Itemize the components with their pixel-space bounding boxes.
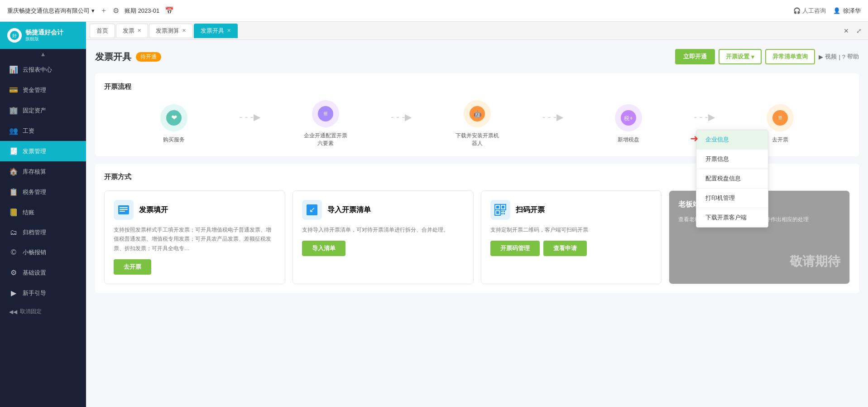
- sidebar-item-payroll[interactable]: 👥 工资: [0, 121, 86, 141]
- cloud-report-icon: 📊: [9, 65, 18, 74]
- sidebar-scroll-up[interactable]: ▲: [0, 49, 86, 59]
- sidebar-cancel-pin[interactable]: ◀◀ 取消固定: [0, 303, 86, 320]
- tab-bar: 首页 发票 ✕ 发票测算 ✕ 发票开具 ✕ ✕ ⤢: [86, 22, 868, 40]
- accounting-icon: 📒: [9, 208, 18, 217]
- logo-area[interactable]: 好 畅捷通好会计 旗舰版: [0, 22, 86, 49]
- sidebar-item-label: 发票管理: [23, 147, 46, 155]
- company-dropdown-icon[interactable]: ▾: [91, 7, 95, 14]
- sidebar-item-label: 库存核算: [23, 168, 46, 176]
- method-3-desc: 支持定制开票二维码，客户端可扫码开票: [490, 225, 652, 234]
- top-bar-right: 🎧 人工咨询 👤 徐泽华: [793, 7, 861, 15]
- sidebar-item-inventory[interactable]: 🏠 库存核算: [0, 161, 86, 182]
- dropdown-item-tax-disk[interactable]: 配置税盘信息: [696, 169, 768, 189]
- inventory-icon: 🏠: [9, 167, 18, 176]
- tab-invoice-close[interactable]: ✕: [137, 28, 141, 34]
- sidebar-item-label: 固定资产: [23, 107, 46, 115]
- sidebar-item-report-sales[interactable]: © 小畅报销: [0, 242, 86, 262]
- sidebar-item-label: 归档管理: [23, 228, 46, 237]
- svg-text:≡: ≡: [778, 114, 782, 121]
- step-1-icon: ❤: [160, 104, 187, 131]
- sidebar-item-settings[interactable]: ⚙ 基础设置: [0, 262, 86, 283]
- user-name: 徐泽华: [843, 7, 861, 15]
- sidebar-item-label: 税务管理: [23, 188, 46, 196]
- sidebar-item-accounting[interactable]: 📒 结账: [0, 202, 86, 223]
- window-maximize-button[interactable]: ⤢: [854, 25, 864, 36]
- header-actions: 立即开通 开票设置 ▾ 异常清单查询 ▶ 视频 | ? 帮助: [675, 49, 859, 64]
- sidebar-item-label: 结账: [23, 208, 34, 217]
- flow-step-2: ≡ 企业开通配置开票六要素: [256, 100, 396, 147]
- dropdown-item-invoice-info[interactable]: 开票信息: [696, 150, 768, 169]
- svg-rect-15: [120, 211, 125, 212]
- report-sales-icon: ©: [9, 248, 18, 257]
- svg-rect-23: [496, 211, 499, 214]
- step-1-label: 购买服务: [163, 136, 185, 144]
- sidebar-item-label: 基础设置: [23, 269, 46, 277]
- invoice-icon: 🧾: [9, 147, 18, 155]
- page-title-area: 发票开具 待开通: [95, 51, 161, 63]
- user-avatar-icon: 👤: [833, 7, 840, 14]
- svg-text:≡: ≡: [323, 110, 327, 117]
- sidebar-item-label: 新手引导: [23, 289, 46, 297]
- tab-home[interactable]: 首页: [90, 24, 115, 38]
- calendar-icon[interactable]: 📅: [165, 6, 174, 15]
- logo-text: 畅捷通好会计: [25, 29, 63, 36]
- svg-rect-13: [120, 207, 128, 208]
- tab-invoice-calc[interactable]: 发票测算 ✕: [149, 24, 193, 38]
- step-2-label: 企业开通配置开票六要素: [303, 132, 348, 147]
- method-3-btn2[interactable]: 查看申请: [543, 241, 587, 256]
- sidebar-item-invoice[interactable]: 🧾 发票管理: [0, 141, 86, 161]
- step-2-icon: ≡: [312, 100, 339, 127]
- sidebar-item-cloud-report[interactable]: 📊 云报表中心: [0, 59, 86, 80]
- add-icon[interactable]: ＋: [100, 6, 107, 15]
- video-button[interactable]: ▶ 视频 | ? 帮助: [819, 53, 859, 61]
- dropdown-item-company-info[interactable]: 企业信息: [696, 130, 768, 150]
- svg-rect-22: [502, 206, 504, 208]
- period-label: 账期 2023-01: [125, 7, 159, 15]
- app-container: 好 畅捷通好会计 旗舰版 ▲ 📊 云报表中心 💳 资金管理 🏢 固定资产 👥 工…: [0, 22, 868, 407]
- sidebar-item-archive[interactable]: 🗂 归档管理: [0, 223, 86, 242]
- method-3-btn1[interactable]: 开票码管理: [490, 241, 540, 256]
- method-3-title: 扫码开票: [516, 205, 545, 215]
- method-1-icon: [114, 200, 134, 220]
- step-5-label: 去开票: [772, 136, 788, 144]
- support-button[interactable]: 🎧 人工咨询: [793, 7, 826, 15]
- sidebar-item-label: 小畅报销: [23, 248, 46, 257]
- tab-invoice-calc-close[interactable]: ✕: [182, 28, 186, 34]
- step-4-label: 新增税盘: [618, 136, 639, 144]
- svg-text:❤: ❤: [171, 114, 177, 121]
- tab-invoice-label: 发票: [123, 27, 134, 35]
- user-info[interactable]: 👤 徐泽华: [833, 7, 861, 15]
- sidebar-item-label: 云报表中心: [23, 66, 52, 74]
- tax-icon: 📋: [9, 188, 18, 196]
- window-close-button[interactable]: ✕: [841, 25, 852, 36]
- company-name[interactable]: 重庆畅捷交通信息咨询有限公司 ▾: [7, 7, 95, 15]
- settings-icon[interactable]: ⚙: [113, 6, 119, 15]
- svg-text:税+: 税+: [624, 115, 633, 121]
- play-icon: ▶: [819, 53, 823, 60]
- tab-invoice-calc-label: 发票测算: [156, 27, 179, 35]
- method-1-btn[interactable]: 去开票: [114, 259, 151, 275]
- settings-button[interactable]: 开票设置 ▾: [719, 49, 762, 64]
- exception-button[interactable]: 异常清单查询: [765, 49, 815, 64]
- fixed-assets-icon: 🏢: [9, 106, 18, 115]
- sidebar-item-fund[interactable]: 💳 资金管理: [0, 80, 86, 100]
- logo-sub: 旗舰版: [25, 36, 63, 42]
- headset-icon: 🎧: [793, 7, 801, 14]
- method-2-desc: 支持导入待开票清单，可对待开票清单进行拆分、合并处理。: [302, 225, 464, 234]
- tab-invoice-issue-label: 发票开具: [201, 27, 224, 35]
- dropdown-item-download-client[interactable]: 下载开票客户端: [696, 208, 768, 227]
- tab-home-label: 首页: [96, 27, 108, 35]
- method-card-1-header: 发票填开: [114, 200, 276, 220]
- sidebar-item-fixed-assets[interactable]: 🏢 固定资产: [0, 100, 86, 121]
- method-2-btn[interactable]: 导入清单: [302, 241, 345, 256]
- dropdown-item-printer[interactable]: 打印机管理: [696, 189, 768, 208]
- method-1-desc: 支持按照发票样式手工填开发票；可开具增值税电子普通发票、增值税普通发票、增值税专…: [114, 225, 276, 253]
- sidebar-item-guide[interactable]: ▶ 新手引导: [0, 283, 86, 303]
- tab-invoice-issue[interactable]: 发票开具 ✕: [194, 24, 238, 38]
- tab-invoice-issue-close[interactable]: ✕: [227, 28, 231, 34]
- settings-sidebar-icon: ⚙: [9, 268, 18, 277]
- tab-invoice[interactable]: 发票 ✕: [116, 24, 148, 38]
- svg-rect-24: [501, 211, 503, 212]
- activate-button[interactable]: 立即开通: [675, 49, 715, 64]
- sidebar-item-tax[interactable]: 📋 税务管理: [0, 182, 86, 202]
